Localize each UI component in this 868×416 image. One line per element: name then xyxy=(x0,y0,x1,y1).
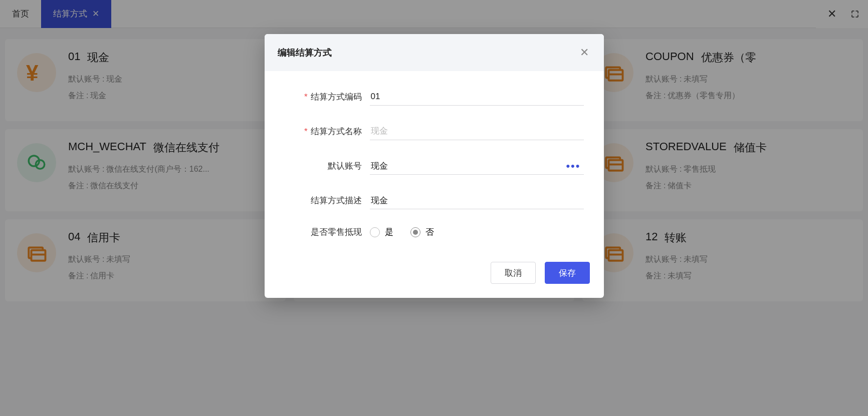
modal-title: 编辑结算方式 xyxy=(278,47,332,59)
modal-header: 编辑结算方式 ✕ xyxy=(265,34,604,71)
account-picker-icon[interactable]: ••• xyxy=(566,160,580,173)
save-button[interactable]: 保存 xyxy=(545,262,590,284)
modal-overlay: 编辑结算方式 ✕ *结算方式编码 *结算方式名称 默认账号 ••• 结算方式描述 xyxy=(0,0,868,416)
name-label: *结算方式名称 xyxy=(285,126,370,137)
code-label: *结算方式编码 xyxy=(285,91,370,103)
desc-label: 结算方式描述 xyxy=(285,195,370,206)
modal-body: *结算方式编码 *结算方式名称 默认账号 ••• 结算方式描述 是否零售抵现 xyxy=(265,71,604,255)
retail-radio-group: 是 否 xyxy=(370,226,584,238)
retail-label: 是否零售抵现 xyxy=(285,226,370,238)
retail-no-radio[interactable]: 否 xyxy=(410,226,434,238)
desc-input[interactable] xyxy=(370,192,584,209)
account-label: 默认账号 xyxy=(285,160,370,172)
code-input[interactable] xyxy=(370,88,584,106)
modal-footer: 取消 保存 xyxy=(265,255,604,298)
edit-settlement-modal: 编辑结算方式 ✕ *结算方式编码 *结算方式名称 默认账号 ••• 结算方式描述 xyxy=(265,34,604,298)
account-input[interactable] xyxy=(370,157,584,175)
retail-yes-radio[interactable]: 是 xyxy=(370,226,393,238)
modal-close-icon[interactable]: ✕ xyxy=(578,44,591,61)
cancel-button[interactable]: 取消 xyxy=(491,262,536,284)
name-input[interactable] xyxy=(370,123,584,140)
